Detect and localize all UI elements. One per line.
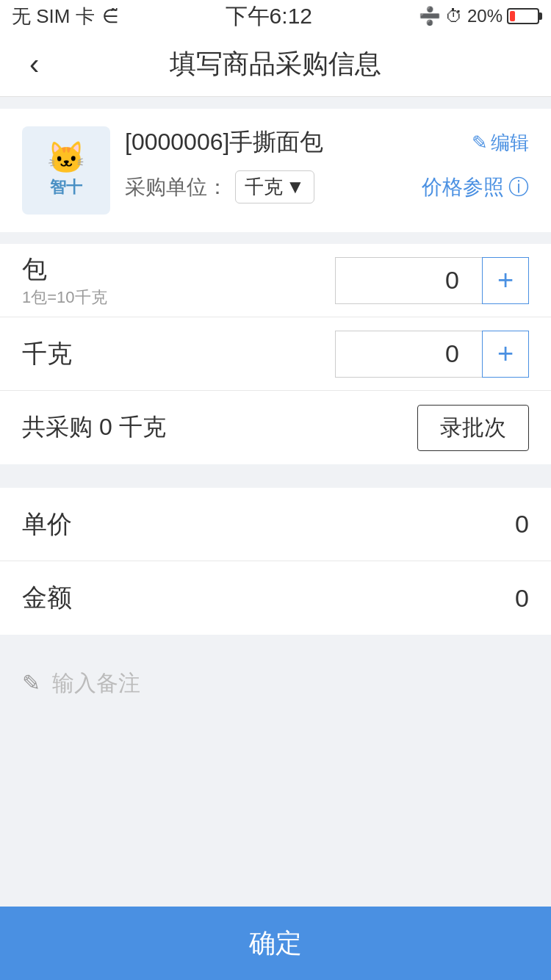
- product-info-bottom: 采购单位： 千克 ▼ 价格参照 ⓘ: [125, 170, 529, 203]
- page-title: 填写商品采购信息: [170, 46, 381, 82]
- product-image-inner: 🐱 智十: [47, 143, 85, 198]
- unit-price-label: 单价: [22, 508, 72, 541]
- nav-bar: ‹ 填写商品采购信息: [0, 32, 551, 97]
- edit-label: 编辑: [491, 130, 529, 156]
- sim-text: 无 SIM 卡: [12, 4, 95, 29]
- back-button[interactable]: ‹: [22, 40, 46, 88]
- confirm-button[interactable]: 确定: [0, 907, 551, 980]
- amount-value: 0: [515, 584, 529, 613]
- kg-label: 千克: [22, 337, 110, 371]
- summary-text: 共采购 0 千克: [22, 411, 166, 444]
- purchase-unit: 采购单位： 千克 ▼: [125, 170, 314, 203]
- price-reference-button[interactable]: 价格参照 ⓘ: [422, 173, 529, 201]
- bao-label: 包 1包=10千克: [22, 253, 110, 309]
- bao-label-main: 包: [22, 253, 110, 287]
- owl-icon: 🐱: [47, 143, 85, 173]
- input-section: 包 1包=10千克 + 千克 + 共采购 0 千克 录批次: [0, 244, 551, 464]
- status-left: 无 SIM 卡 ∈̃: [12, 4, 119, 29]
- batch-button[interactable]: 录批次: [417, 405, 529, 451]
- section-divider-2: [0, 464, 551, 476]
- alarm-icon: ⏱: [445, 6, 463, 26]
- status-time: 下午6:12: [226, 1, 312, 32]
- edit-icon: ✎: [472, 131, 488, 154]
- kg-qty-input[interactable]: [335, 331, 482, 378]
- kg-input-row: 千克 +: [0, 317, 551, 391]
- product-name: [0000006]手撕面包: [125, 126, 323, 159]
- bao-qty-wrap: +: [335, 257, 529, 304]
- product-image: 🐱 智十: [22, 126, 110, 215]
- section-divider-1: [0, 232, 551, 244]
- unit-price-row: 单价 0: [0, 488, 551, 561]
- bao-qty-input[interactable]: [335, 257, 482, 304]
- bao-plus-button[interactable]: +: [482, 257, 529, 304]
- price-ref-label: 价格参照: [422, 173, 504, 201]
- pencil-icon: ✎: [22, 670, 40, 696]
- kg-plus-button[interactable]: +: [482, 331, 529, 378]
- amount-row: 金额 0: [0, 561, 551, 635]
- bao-label-sub: 1包=10千克: [22, 287, 110, 309]
- amount-label: 金额: [22, 581, 72, 615]
- edit-button[interactable]: ✎ 编辑: [472, 130, 529, 156]
- kg-qty-wrap: +: [335, 331, 529, 378]
- kg-label-main: 千克: [22, 337, 110, 371]
- product-info: [0000006]手撕面包 ✎ 编辑 采购单位： 千克 ▼ 价格参照 ⓘ: [125, 126, 529, 203]
- status-bar: 无 SIM 卡 ∈̃ 下午6:12 ➗ ⏱ 20%: [0, 0, 551, 32]
- unit-label: 采购单位：: [125, 173, 228, 201]
- product-info-top: [0000006]手撕面包 ✎ 编辑: [125, 126, 529, 159]
- notes-placeholder: 输入备注: [52, 669, 140, 699]
- chevron-down-icon: ▼: [286, 176, 305, 198]
- info-icon: ⓘ: [508, 173, 529, 201]
- wifi-icon: ∈̃: [102, 5, 119, 28]
- unit-price-value: 0: [515, 510, 529, 538]
- status-right: ➗ ⏱ 20%: [419, 6, 539, 26]
- price-section: 单价 0 金额 0: [0, 488, 551, 635]
- product-card: 🐱 智十 [0000006]手撕面包 ✎ 编辑 采购单位： 千克 ▼ 价格参照 …: [0, 109, 551, 232]
- summary-row: 共采购 0 千克 录批次: [0, 391, 551, 464]
- location-icon: ➗: [419, 6, 441, 26]
- battery-percent: 20%: [467, 6, 503, 26]
- battery-icon: [507, 8, 539, 24]
- bao-input-row: 包 1包=10千克 +: [0, 244, 551, 317]
- unit-select-button[interactable]: 千克 ▼: [235, 170, 314, 203]
- owl-text: 智十: [50, 176, 82, 198]
- unit-value: 千克: [245, 174, 283, 200]
